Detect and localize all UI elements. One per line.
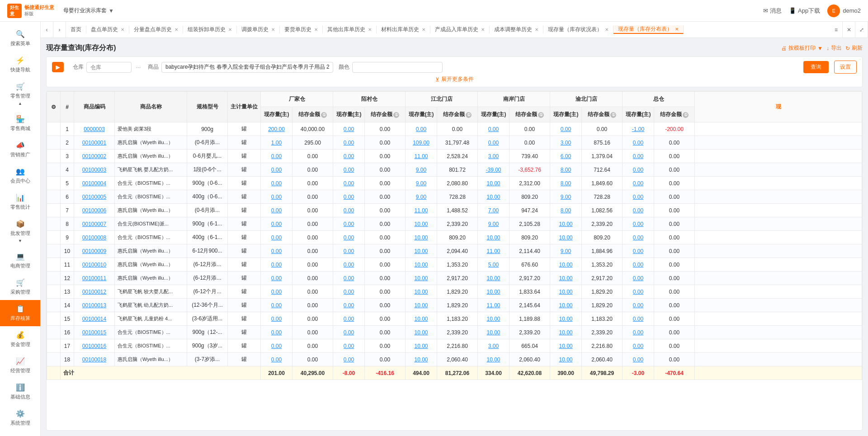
info-icon-3[interactable]: ① xyxy=(466,112,472,118)
row-zc-qty[interactable]: 0.00 xyxy=(623,136,654,150)
row-zc-qty[interactable]: 0.00 xyxy=(623,231,654,244)
row-jb-qty[interactable]: 0.00 xyxy=(406,122,437,136)
user-menu[interactable]: E demo2 xyxy=(827,5,861,17)
row-yb-qty[interactable]: 10.00 xyxy=(550,353,582,366)
row-code[interactable]: 00100005 xyxy=(74,190,115,204)
industry-selector[interactable]: 母婴行业演示库套 ▼ xyxy=(63,7,114,14)
export-btn[interactable]: ↓ 导出 xyxy=(826,44,842,52)
row-jb-qty[interactable]: 11.00 xyxy=(406,204,437,217)
tab-more-btn[interactable]: ≡ xyxy=(830,22,843,38)
row-yb-qty[interactable]: 10.00 xyxy=(550,326,582,339)
row-yb-qty[interactable]: 9.00 xyxy=(550,244,582,258)
sidebar-item-purchase[interactable]: 🛒 采购管理 xyxy=(0,274,40,300)
row-mcc-qty[interactable]: 0.00 xyxy=(333,190,365,204)
row-na-qty[interactable]: 10.00 xyxy=(478,312,509,326)
row-cjc-qty[interactable]: 0.00 xyxy=(261,150,292,163)
tab-materialout-close[interactable]: ✕ xyxy=(422,27,425,32)
row-na-qty[interactable]: 7.00 xyxy=(478,204,509,217)
tab-close-all-btn[interactable]: ✕ xyxy=(843,22,855,38)
tab-production[interactable]: 产成品入库单历史 ✕ xyxy=(430,26,490,33)
expand-conditions-btn[interactable]: ⊻ 展开更多条件 xyxy=(435,75,474,83)
query-btn[interactable]: 查询 xyxy=(803,61,829,73)
row-cjc-qty[interactable]: 0.00 xyxy=(261,163,292,177)
row-code[interactable]: 00100011 xyxy=(74,272,115,285)
row-yb-qty[interactable]: 8.00 xyxy=(550,204,582,217)
row-mcc-qty[interactable]: 0.00 xyxy=(333,231,365,244)
row-na-qty[interactable]: 0.00 xyxy=(478,122,509,136)
row-na-qty[interactable]: 9.00 xyxy=(478,217,509,231)
row-code[interactable]: 00100008 xyxy=(74,231,115,244)
tab-assembly[interactable]: 组装拆卸单历史 ✕ xyxy=(183,26,237,33)
info-icon-1[interactable]: ① xyxy=(321,112,327,118)
row-cjc-qty[interactable]: 0.00 xyxy=(261,339,292,353)
row-na-qty[interactable]: 3.00 xyxy=(478,150,509,163)
row-mcc-qty[interactable]: 0.00 xyxy=(333,353,365,366)
row-yb-qty[interactable]: 10.00 xyxy=(550,231,582,244)
row-yb-qty[interactable]: 8.00 xyxy=(550,177,582,190)
row-jb-qty[interactable]: 10.00 xyxy=(406,312,437,326)
row-na-qty[interactable]: 5.00 xyxy=(478,258,509,272)
info-icon-5[interactable]: ① xyxy=(610,112,616,118)
row-code[interactable]: 00100004 xyxy=(74,177,115,190)
row-zc-qty[interactable]: 0.00 xyxy=(623,204,654,217)
row-yb-qty[interactable]: 10.00 xyxy=(550,312,582,326)
row-cjc-qty[interactable]: 0.00 xyxy=(261,272,292,285)
sidebar-item-search[interactable]: 🔍 搜索英单 xyxy=(0,25,40,52)
info-icon-6[interactable]: ① xyxy=(683,112,689,118)
row-jb-qty[interactable]: 10.00 xyxy=(406,258,437,272)
row-mcc-qty[interactable]: 0.00 xyxy=(333,204,365,217)
row-jb-qty[interactable]: 10.00 xyxy=(406,299,437,312)
sidebar-item-mall[interactable]: 🏪 零售商城 xyxy=(0,110,40,136)
sidebar-item-base[interactable]: ℹ️ 基础信息 xyxy=(0,379,40,405)
row-yb-qty[interactable]: 0.00 xyxy=(550,122,582,136)
row-na-qty[interactable]: 10.00 xyxy=(478,231,509,244)
tab-stockdist-close[interactable]: ✕ xyxy=(675,27,679,32)
row-na-qty[interactable]: 0.00 xyxy=(478,136,509,150)
tab-requisition[interactable]: 要货单历史 ✕ xyxy=(280,26,323,33)
row-yb-qty[interactable]: 10.00 xyxy=(550,299,582,312)
row-cjc-qty[interactable]: 0.00 xyxy=(261,231,292,244)
row-na-qty[interactable]: 11.00 xyxy=(478,299,509,312)
row-cjc-qty[interactable]: 0.00 xyxy=(261,217,292,231)
row-zc-qty[interactable]: -1.00 xyxy=(623,122,654,136)
row-yb-qty[interactable]: 10.00 xyxy=(550,339,582,353)
sidebar-item-inventory[interactable]: 📋 库存核算 xyxy=(0,300,40,326)
row-zc-qty[interactable]: 0.00 xyxy=(623,299,654,312)
sidebar-item-system[interactable]: ⚙️ 系统管理 xyxy=(0,405,40,431)
row-zc-qty[interactable]: 0.00 xyxy=(623,353,654,366)
row-na-qty[interactable]: 10.00 xyxy=(478,190,509,204)
row-zc-qty[interactable]: 0.00 xyxy=(623,163,654,177)
app-download-btn[interactable]: 📱 App下载 xyxy=(789,7,820,15)
row-yb-qty[interactable]: 10.00 xyxy=(550,217,582,231)
row-mcc-qty[interactable]: 0.00 xyxy=(333,244,365,258)
tab-otherout-close[interactable]: ✕ xyxy=(368,27,372,32)
th-settings[interactable]: ⚙ xyxy=(47,92,61,122)
print-btn[interactable]: 🖨 按模板打印 ▼ xyxy=(781,44,823,52)
row-cjc-qty[interactable]: 0.00 xyxy=(261,258,292,272)
row-jb-qty[interactable]: 10.00 xyxy=(406,353,437,366)
row-code[interactable]: 00100016 xyxy=(74,339,115,353)
tab-costadjust-close[interactable]: ✕ xyxy=(535,27,538,32)
row-mcc-qty[interactable]: 0.00 xyxy=(333,177,365,190)
tab-transfer[interactable]: 调拨单历史 ✕ xyxy=(237,26,280,33)
row-cjc-qty[interactable]: 0.00 xyxy=(261,204,292,217)
row-na-qty[interactable]: 11.00 xyxy=(478,244,509,258)
tab-next-btn[interactable]: › xyxy=(53,22,66,38)
row-zc-qty[interactable]: 0.00 xyxy=(623,312,654,326)
row-na-qty[interactable]: 10.00 xyxy=(478,353,509,366)
row-code[interactable]: 00100018 xyxy=(74,353,115,366)
tab-stockstatus-close[interactable]: ✕ xyxy=(605,27,609,32)
row-mcc-qty[interactable]: 0.00 xyxy=(333,312,365,326)
row-zc-qty[interactable]: 0.00 xyxy=(623,258,654,272)
row-cjc-qty[interactable]: 1.00 xyxy=(261,136,292,150)
row-yb-qty[interactable]: 8.00 xyxy=(550,163,582,177)
tab-assembly-close[interactable]: ✕ xyxy=(228,27,232,32)
setting-btn[interactable]: 设置 xyxy=(834,61,857,74)
goods-input[interactable] xyxy=(161,62,333,73)
tab-materialout[interactable]: 材料出库单历史 ✕ xyxy=(377,26,430,33)
tab-partcount[interactable]: 分量盘点单历史 ✕ xyxy=(129,26,183,33)
row-jb-qty[interactable]: 10.00 xyxy=(406,217,437,231)
tab-costadjust[interactable]: 成本调整单历史 ✕ xyxy=(490,26,543,33)
row-jb-qty[interactable]: 10.00 xyxy=(406,339,437,353)
row-na-qty[interactable]: 10.00 xyxy=(478,326,509,339)
